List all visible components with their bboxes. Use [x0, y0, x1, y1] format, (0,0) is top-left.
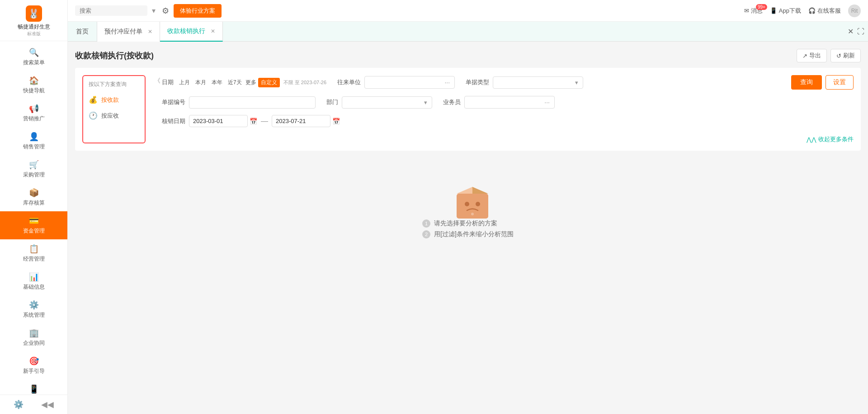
staff-dots-icon[interactable]: ···: [544, 99, 550, 106]
filter-actions: 查询 设置: [791, 75, 854, 90]
industry-btn[interactable]: 体验行业方案: [174, 4, 222, 18]
svg-point-5: [471, 213, 474, 215]
topbar-right: ✉ 消息 99+ 📱 App下载 🎧 在线客服 Rit: [744, 5, 861, 17]
tip-num-2: 2: [422, 230, 430, 238]
writeoff-date-from-group: 📅: [189, 115, 257, 127]
marketing-icon: 📢: [29, 104, 39, 114]
sidebar-item-guide[interactable]: 🎯 新手引导: [0, 352, 67, 380]
filter-doctype-field: 单据类型 ▾: [466, 76, 583, 89]
dept-label: 部门: [326, 98, 338, 106]
docno-label: 单据编号: [162, 98, 185, 106]
sidebar-item-inventory[interactable]: 📦 库存核算: [0, 183, 67, 211]
sidebar-item-label: 经营管理: [23, 255, 45, 263]
filter-staff-field: 业务员 ···: [443, 96, 555, 109]
date-shortcut-this-month[interactable]: 本月: [193, 78, 208, 87]
writeoff-date-from-input[interactable]: [189, 115, 248, 127]
receipt-icon: 💰: [89, 95, 98, 104]
receivable-icon: 🕐: [89, 111, 98, 120]
filter-dept-field: 部门 ▾: [326, 96, 432, 109]
dept-chevron-icon: ▾: [424, 99, 427, 106]
sidebar-item-label: 快捷导航: [23, 87, 45, 95]
filter-sidebar-collapse-btn[interactable]: 《: [153, 75, 162, 143]
page-title: 收款核销执行(按收款): [75, 50, 154, 61]
writeoff-date-to-calendar-icon[interactable]: 📅: [332, 118, 340, 125]
settings-btn[interactable]: 设置: [826, 75, 854, 90]
sidebar-item-label: 企业协同: [23, 339, 45, 347]
logo-icon: 🐰: [26, 5, 42, 22]
sidebar-item-quick-nav[interactable]: 🏠 快捷导航: [0, 71, 67, 99]
logo-text: 畅捷通好生意: [18, 24, 50, 31]
sidebar-menu: 🔍 搜索菜单 🏠 快捷导航 📢 营销推广 👤 销售管理 🛒 采购管理 📦 库存核…: [0, 41, 67, 395]
date-shortcut-last-month[interactable]: 上月: [177, 78, 192, 87]
collapse-sidebar-icon[interactable]: ◀◀: [41, 400, 54, 409]
date-range-note: 不限 至 2023-07-26: [283, 79, 326, 86]
svg-marker-1: [457, 187, 472, 194]
gear-icon[interactable]: ⚙: [162, 6, 169, 16]
filter-sidebar: 按以下方案查询 💰 按收款 🕐 按应收: [82, 75, 146, 143]
counterparty-dots-icon[interactable]: ···: [444, 79, 450, 86]
collapse-more-btn[interactable]: ⋀⋀ 收起更多条件: [807, 135, 854, 143]
sidebar-item-label: 搜索菜单: [23, 59, 45, 67]
tab-prepay-label: 预付冲应付单: [104, 28, 142, 36]
sidebar-item-label: 采购管理: [23, 171, 45, 179]
sidebar-item-basic-info[interactable]: 📊 基础信息: [0, 267, 67, 295]
counterparty-input[interactable]: ···: [364, 76, 455, 89]
tab-receipt-writeoff-close-icon[interactable]: ✕: [211, 28, 215, 34]
docno-input[interactable]: [189, 96, 316, 109]
filter-option-by-receivable[interactable]: 🕐 按应收: [83, 108, 145, 124]
sidebar-item-smart-hw[interactable]: 📱 智能硬件: [0, 380, 67, 395]
date-shortcut-this-year[interactable]: 本年: [210, 78, 224, 87]
filter-row-collapse: ⋀⋀ 收起更多条件: [162, 133, 854, 143]
date-shortcut-custom[interactable]: 自定义: [258, 78, 280, 87]
tab-home[interactable]: 首页: [68, 22, 97, 42]
sidebar-item-search[interactable]: 🔍 搜索菜单: [0, 43, 67, 71]
sidebar-item-marketing[interactable]: 📢 营销推广: [0, 99, 67, 127]
filter-row-3: 核销日期 📅 — 📅: [162, 115, 854, 127]
query-btn[interactable]: 查询: [791, 75, 822, 90]
fund-icon: 💳: [29, 216, 39, 226]
user-avatar[interactable]: Rit: [848, 5, 861, 17]
date-shortcut-7days[interactable]: 近7天: [226, 78, 244, 87]
writeoff-date-label: 核销日期: [162, 117, 185, 125]
search-input[interactable]: [75, 5, 147, 16]
sidebar-item-fund[interactable]: 💳 资金管理: [0, 211, 67, 239]
sidebar: 🐰 畅捷通好生意 标准版 🔍 搜索菜单 🏠 快捷导航 📢 营销推广 👤 销售管理…: [0, 0, 68, 414]
tab-close-all-btn[interactable]: ✕: [848, 27, 854, 36]
tab-receipt-writeoff[interactable]: 收款核销执行 ✕: [160, 22, 223, 42]
mobile-icon: 📱: [770, 7, 777, 14]
writeoff-date-to-input[interactable]: [272, 115, 330, 127]
empty-svg: [445, 178, 500, 223]
topbar-chevron-icon[interactable]: ▾: [152, 6, 156, 15]
sales-icon: 👤: [29, 132, 39, 142]
date-more-btn[interactable]: 更多: [245, 79, 256, 86]
tab-expand-btn[interactable]: ⛶: [857, 28, 864, 36]
filter-option-by-receipt[interactable]: 💰 按收款: [83, 92, 145, 108]
content-area: 收款核销执行(按收款) ↗ 导出 ↺ 刷新 按以下方案查询 💰 按收款: [68, 42, 868, 414]
writeoff-date-from-calendar-icon[interactable]: 📅: [250, 118, 257, 125]
filter-panel: 按以下方案查询 💰 按收款 🕐 按应收 《 日期: [75, 68, 861, 151]
doctype-select[interactable]: ▾: [493, 76, 583, 89]
corp-icon: 🏢: [29, 328, 39, 338]
sidebar-item-corp-collab[interactable]: 🏢 企业协同: [0, 324, 67, 352]
empty-illustration: [445, 178, 491, 214]
sidebar-item-system[interactable]: ⚙️ 系统管理: [0, 295, 67, 324]
collapse-more-label: 收起更多条件: [818, 135, 854, 143]
dept-input[interactable]: ▾: [342, 96, 432, 109]
sidebar-item-sales[interactable]: 👤 销售管理: [0, 127, 67, 155]
sidebar-item-operation[interactable]: 📋 经营管理: [0, 239, 67, 267]
filter-row-1: 日期 上月 本月 本年 近7天 更多 自定义 不限 至 2023-07-26: [162, 75, 854, 90]
tab-prepay-close-icon[interactable]: ✕: [148, 29, 152, 35]
tab-prepay[interactable]: 预付冲应付单 ✕: [97, 22, 160, 42]
message-btn[interactable]: ✉ 消息 99+: [744, 7, 763, 15]
staff-label: 业务员: [443, 98, 461, 106]
app-download-btn[interactable]: 📱 App下载: [770, 7, 801, 15]
export-icon: ↗: [802, 52, 807, 59]
filter-date-field: 日期 上月 本月 本年 近7天 更多 自定义 不限 至 2023-07-26: [162, 78, 326, 87]
staff-input[interactable]: ···: [464, 96, 555, 109]
export-btn[interactable]: ↗ 导出: [797, 49, 827, 62]
sidebar-item-purchase[interactable]: 🛒 采购管理: [0, 155, 67, 183]
message-icon: ✉: [744, 7, 749, 14]
settings-footer-icon[interactable]: ⚙️: [14, 400, 24, 409]
refresh-btn[interactable]: ↺ 刷新: [830, 49, 861, 62]
online-service-btn[interactable]: 🎧 在线客服: [808, 7, 841, 15]
